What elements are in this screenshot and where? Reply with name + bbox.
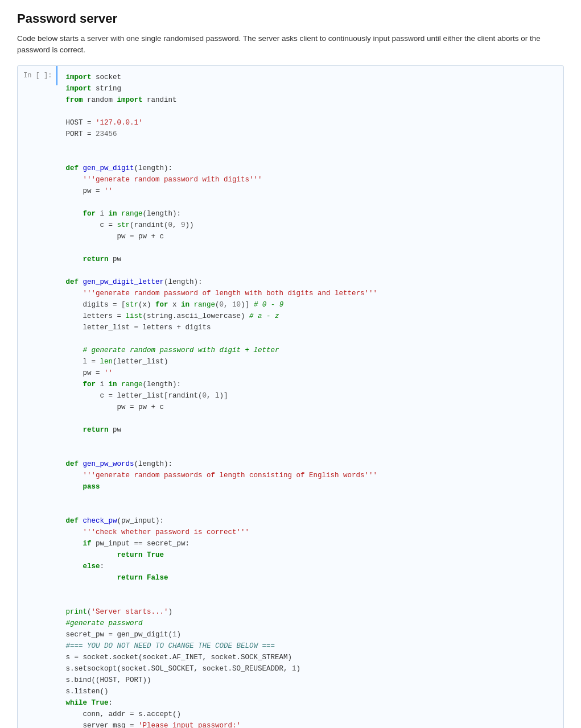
- notebook-cell: In [ ]: import socket import string from…: [17, 65, 564, 729]
- cell-code[interactable]: import socket import string from random …: [57, 66, 563, 729]
- page-title: Password server: [17, 11, 564, 26]
- page-description: Code below starts a server with one sing…: [17, 33, 564, 56]
- cell-label: In [ ]:: [18, 66, 57, 85]
